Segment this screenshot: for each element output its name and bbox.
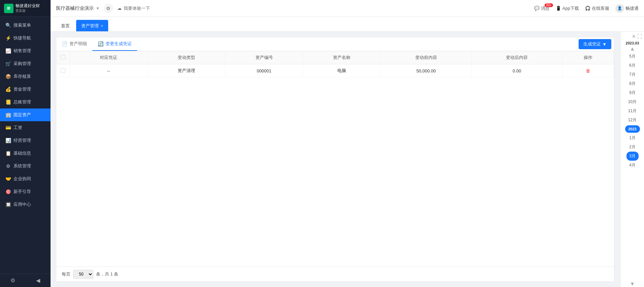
panel-close-icon[interactable]: ✕ — [632, 34, 636, 39]
sidebar-item-label: 搜索菜单 — [13, 22, 31, 28]
year-marker[interactable]: 2023 — [625, 125, 640, 133]
sidebar-item-search[interactable]: 🔍搜索菜单 — [0, 19, 51, 32]
col-after-header: 变动后内容 — [471, 51, 562, 64]
message-icon: 💬 — [534, 6, 540, 11]
month-item[interactable]: 2月 — [621, 142, 644, 152]
panel-year-label: 2023.03 — [626, 39, 639, 46]
month-item[interactable]: 12月 — [621, 116, 644, 125]
select-all-checkbox[interactable] — [61, 55, 65, 60]
tab-asset-management[interactable]: 资产管理 × — [76, 20, 108, 31]
experience-label: 我要体验一下 — [124, 5, 150, 11]
col-action-header: 操作 — [562, 51, 614, 64]
col-no-header: 资产编号 — [225, 51, 303, 64]
row-select-checkbox-0[interactable] — [61, 68, 65, 73]
row-asset-name-0: 电脑 — [303, 64, 381, 77]
app-download-button[interactable]: 📱 App下载 — [556, 5, 579, 11]
tab-close-icon[interactable]: × — [101, 24, 103, 28]
payroll-icon: 💳 — [5, 125, 11, 130]
generate-voucher-button[interactable]: 生成凭证 ▼ — [579, 39, 611, 49]
month-item[interactable]: 9月 — [621, 88, 644, 97]
tab-change-voucher[interactable]: 🔄 变更生成凭证 — [92, 37, 137, 51]
col-before-header: 变动前内容 — [381, 51, 472, 64]
purchase-icon: 🛒 — [5, 61, 11, 66]
panel-down-arrow[interactable]: ▼ — [630, 281, 635, 287]
sidebar-item-purchase[interactable]: 🛒采购管理 — [0, 57, 51, 70]
sidebar-item-enterprise[interactable]: 🤝企业协同 — [0, 172, 51, 185]
inner-tabs-header: 📄 资产明细 🔄 变更生成凭证 生成凭证 ▼ — [56, 37, 614, 51]
col-type-header: 变动类型 — [148, 51, 225, 64]
sidebar-item-label: 总账管理 — [13, 99, 31, 105]
sidebar-item-system[interactable]: ⚙系统管理 — [0, 160, 51, 172]
user-name: 畅捷通 — [625, 5, 639, 11]
company-arrow-icon: ▼ — [96, 6, 100, 11]
settings-button[interactable]: ⚙ — [104, 4, 113, 13]
right-panel: ✕ ⛶ 2023.03 ▲ 5月6月7月8月9月10月11月12月20231月2… — [620, 32, 644, 287]
user-menu[interactable]: 👤 畅捷通 — [615, 4, 639, 13]
delete-row-0-icon[interactable]: 🗑 — [586, 68, 590, 73]
total-count: 条，共 1 条 — [96, 271, 118, 277]
sidebar-item-inventory[interactable]: 📦库存核算 — [0, 70, 51, 83]
per-page-label: 每页 — [62, 271, 70, 277]
operations-icon: 📊 — [5, 138, 11, 143]
sidebar-item-fixed-assets[interactable]: 🏢固定资产 — [0, 108, 51, 121]
experience-button[interactable]: ☁ 我要体验一下 — [117, 5, 150, 11]
panel-up-arrow[interactable]: ▲ — [630, 46, 635, 52]
sidebar-item-app-center[interactable]: 🔲应用中心 — [0, 198, 51, 211]
sidebar-item-funds[interactable]: 💰资金管理 — [0, 83, 51, 96]
phone-icon: 📱 — [556, 6, 561, 11]
customer-service-button[interactable]: 🎧 在线客服 — [585, 5, 609, 11]
sidebar-item-label: 固定资产 — [13, 112, 31, 118]
sidebar-item-operations[interactable]: 📊经营管理 — [0, 134, 51, 147]
sidebar-item-quick-nav[interactable]: ⚡快捷导航 — [0, 32, 51, 44]
tab-asset-detail-label: 资产明细 — [69, 41, 87, 47]
month-item[interactable]: 4月 — [621, 161, 644, 170]
sidebar-item-label: 采购管理 — [13, 61, 31, 67]
sidebar-item-guide[interactable]: 🎯新手引导 — [0, 185, 51, 198]
month-item[interactable]: 1月 — [621, 133, 644, 142]
right-panel-header: ✕ ⛶ — [621, 32, 644, 39]
sidebar-item-ledger[interactable]: 📒总账管理 — [0, 96, 51, 108]
tab-active-label: 资产管理 — [81, 23, 99, 29]
tab-asset-detail[interactable]: 📄 资产明细 — [56, 37, 92, 51]
month-item[interactable]: 11月 — [621, 106, 644, 116]
fixed-assets-icon: 🏢 — [5, 112, 11, 118]
sidebar-item-label: 资金管理 — [13, 86, 31, 92]
tabbar: 首页 资产管理 × — [51, 17, 644, 32]
inventory-icon: 📦 — [5, 74, 11, 79]
generate-arrow-icon: ▼ — [602, 42, 607, 47]
sales-icon: 📈 — [5, 48, 11, 54]
month-item[interactable]: 3月 — [626, 152, 639, 161]
row-checkbox-0 — [56, 64, 70, 77]
sidebar: 财 畅捷通好业财 普及版 🔍搜索菜单⚡快捷导航📈销售管理🛒采购管理📦库存核算💰资… — [0, 0, 51, 287]
data-table: 对应凭证 变动类型 资产编号 资产名称 变动前内容 变动后内容 操作 -- 资产… — [56, 51, 614, 267]
basic-info-icon: 📋 — [5, 151, 11, 156]
month-item[interactable]: 6月 — [621, 61, 644, 70]
cloud-icon: ☁ — [117, 6, 122, 11]
system-icon: ⚙ — [5, 163, 11, 169]
sidebar-item-label: 应用中心 — [13, 201, 31, 208]
col-voucher-header: 对应凭证 — [70, 51, 148, 64]
collapse-icon[interactable]: ◀ — [36, 277, 40, 284]
month-item[interactable]: 10月 — [621, 97, 644, 106]
month-item[interactable]: 8月 — [621, 79, 644, 88]
tab-home-label: 首页 — [61, 23, 70, 29]
month-item[interactable]: 5月 — [621, 52, 644, 61]
panel-expand-icon[interactable]: ⛶ — [637, 34, 642, 39]
topbar: 医疗器械行业演示 ▼ ⚙ ☁ 我要体验一下 💬 消息 99+ 📱 App下载 🎧… — [51, 0, 644, 17]
sidebar-item-label: 快捷导航 — [13, 35, 31, 41]
messages-badge: 99+ — [545, 3, 553, 7]
sidebar-item-label: 企业协同 — [13, 176, 31, 182]
sidebar-nav: 🔍搜索菜单⚡快捷导航📈销售管理🛒采购管理📦库存核算💰资金管理📒总账管理🏢固定资产… — [0, 17, 51, 274]
row-asset-no-0: 000001 — [225, 64, 303, 77]
per-page-select[interactable]: 50 100 200 — [73, 270, 93, 279]
company-selector[interactable]: 医疗器械行业演示 ▼ — [56, 5, 100, 11]
sidebar-item-basic-info[interactable]: 📋基础信息 — [0, 147, 51, 160]
settings-icon[interactable]: ⚙ — [10, 277, 15, 284]
app-download-label: App下载 — [562, 5, 579, 11]
sidebar-item-sales[interactable]: 📈销售管理 — [0, 44, 51, 57]
tab-home[interactable]: 首页 — [56, 20, 75, 31]
month-item[interactable]: 7月 — [621, 70, 644, 79]
generate-voucher-label: 生成凭证 — [583, 41, 601, 47]
sidebar-item-payroll[interactable]: 💳工资 — [0, 121, 51, 134]
messages-button[interactable]: 💬 消息 99+ — [534, 5, 550, 11]
